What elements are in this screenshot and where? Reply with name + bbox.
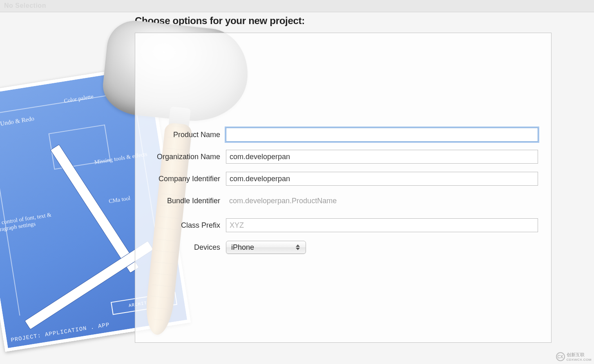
options-panel: Product Name Organization Name Company I… [135, 33, 552, 343]
devices-value: iPhone [231, 243, 254, 252]
bundle-identifier-value: com.developerpan.ProductName [226, 197, 538, 205]
watermark: CX 创新互联 CDXWCX.COM [556, 352, 592, 362]
watermark-logo-icon: CX [556, 352, 565, 361]
organization-name-input[interactable] [226, 150, 538, 164]
watermark-brand: 创新互联 [567, 352, 592, 358]
form: Product Name Organization Name Company I… [143, 124, 538, 258]
watermark-sub: CDXWCX.COM [567, 358, 592, 362]
bp-project-label: PROJECT: [10, 332, 42, 344]
bp-note-control: No control of font, text & paragraph set… [0, 211, 55, 233]
organization-name-label: Organization Name [143, 153, 226, 161]
header-bar [0, 0, 594, 12]
class-prefix-label: Class Prefix [143, 221, 226, 230]
bp-project-value: APPLICATION . APP [45, 321, 110, 338]
product-name-label: Product Name [143, 131, 226, 139]
company-identifier-label: Company Identifier [143, 175, 226, 183]
product-name-input[interactable] [226, 128, 538, 142]
select-stepper-icon [296, 242, 303, 252]
no-selection-label: No Selection [4, 2, 46, 9]
company-identifier-input[interactable] [226, 172, 538, 186]
devices-select[interactable]: iPhone [226, 241, 306, 254]
devices-label: Devices [143, 243, 226, 252]
class-prefix-input[interactable] [226, 218, 538, 232]
bundle-identifier-label: Bundle Identifier [143, 197, 226, 205]
bp-note-undo: Limited Undo & Redo [0, 115, 35, 131]
